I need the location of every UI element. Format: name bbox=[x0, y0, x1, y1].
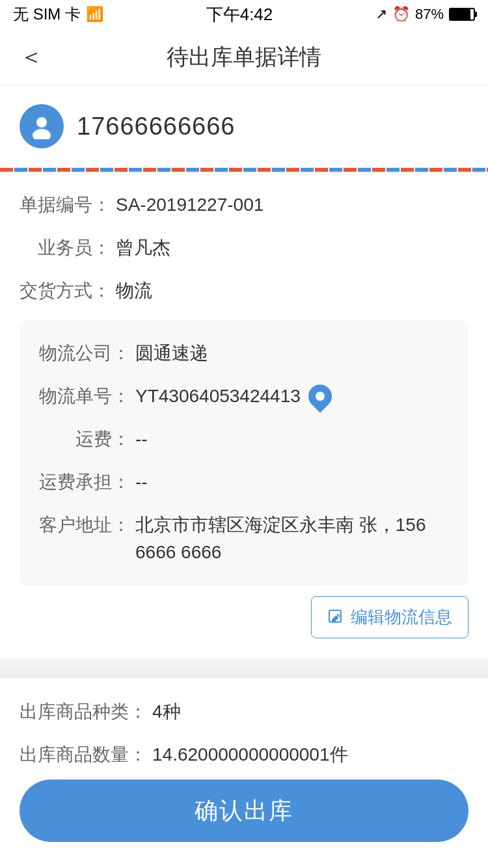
freight-value: -- bbox=[135, 426, 449, 453]
svg-point-1 bbox=[33, 129, 51, 139]
address-label: 客户地址： bbox=[39, 511, 130, 539]
delivery-method-label: 交货方式： bbox=[20, 277, 111, 305]
sales-person-row: 业务员： 曾凡杰 bbox=[20, 234, 468, 262]
logistics-company-row: 物流公司： 圆通速递 bbox=[39, 340, 449, 367]
status-left: 无 SIM 卡 📶 bbox=[13, 4, 103, 25]
customer-phone: 17666666666 bbox=[77, 113, 235, 141]
location-pin-icon[interactable] bbox=[303, 380, 336, 413]
delivery-method-value: 物流 bbox=[116, 277, 468, 305]
carrier-label: 无 SIM 卡 bbox=[13, 4, 81, 25]
edit-btn-row: 编辑物流信息 bbox=[20, 596, 468, 638]
order-info-section: 单据编号： SA-20191227-001 业务员： 曾凡杰 交货方式： 物流 … bbox=[0, 172, 488, 658]
document-number-label: 单据编号： bbox=[20, 191, 111, 219]
svg-point-0 bbox=[36, 117, 47, 128]
goods-quantity-label: 出库商品数量： bbox=[20, 741, 147, 768]
confirm-btn-area: 确认出库 bbox=[0, 766, 488, 868]
battery-percent: 87% bbox=[415, 6, 444, 23]
goods-types-label: 出库商品种类： bbox=[20, 698, 147, 726]
logistics-card: 物流公司： 圆通速递 物流单号： YT43064053424413 运费： --… bbox=[20, 320, 468, 586]
customer-header: 17666666666 bbox=[0, 86, 488, 167]
alarm-icon: ⏰ bbox=[392, 6, 410, 23]
battery-icon bbox=[449, 8, 475, 21]
logistics-tracking-row: 物流单号： YT43064053424413 bbox=[39, 383, 449, 410]
goods-types-row: 出库商品种类： 4种 bbox=[20, 698, 468, 726]
section-divider bbox=[0, 668, 488, 679]
status-bar: 无 SIM 卡 📶 下午4:42 ↗ ⏰ 87% bbox=[0, 0, 488, 29]
freight-row: 运费： -- bbox=[39, 426, 449, 453]
sales-person-label: 业务员： bbox=[20, 234, 111, 262]
edit-icon bbox=[327, 608, 346, 627]
confirm-outbound-button[interactable]: 确认出库 bbox=[20, 780, 468, 842]
logistics-tracking-value: YT43064053424413 bbox=[135, 383, 449, 410]
goods-quantity-row: 出库商品数量： 14.620000000000001件 bbox=[20, 741, 468, 768]
freight-bearer-value: -- bbox=[135, 468, 449, 496]
delivery-method-row: 交货方式： 物流 bbox=[20, 277, 468, 305]
status-time: 下午4:42 bbox=[206, 3, 273, 26]
address-value: 北京市市辖区海淀区永丰南 张，156 6666 6666 bbox=[135, 511, 449, 566]
logistics-tracking-label: 物流单号： bbox=[39, 383, 130, 410]
freight-bearer-label: 运费承担： bbox=[39, 468, 130, 496]
goods-quantity-value: 14.620000000000001件 bbox=[152, 741, 468, 768]
edit-logistics-button[interactable]: 编辑物流信息 bbox=[311, 596, 468, 638]
nav-bar: ＜ 待出库单据详情 bbox=[0, 29, 488, 86]
wifi-icon: 📶 bbox=[86, 6, 103, 23]
sales-person-value: 曾凡杰 bbox=[116, 234, 468, 262]
avatar bbox=[20, 104, 64, 148]
document-number-row: 单据编号： SA-20191227-001 bbox=[20, 191, 468, 219]
address-row: 客户地址： 北京市市辖区海淀区永丰南 张，156 6666 6666 bbox=[39, 511, 449, 566]
avatar-icon bbox=[29, 113, 55, 139]
logistics-company-label: 物流公司： bbox=[39, 340, 130, 367]
page-title: 待出库单据详情 bbox=[167, 42, 321, 72]
goods-types-value: 4种 bbox=[152, 698, 468, 726]
freight-bearer-row: 运费承担： -- bbox=[39, 468, 449, 496]
document-number-value: SA-20191227-001 bbox=[116, 191, 468, 219]
status-right: ↗ ⏰ 87% bbox=[375, 6, 475, 23]
back-button[interactable]: ＜ bbox=[20, 41, 43, 73]
logistics-company-value: 圆通速递 bbox=[135, 340, 449, 367]
freight-label: 运费： bbox=[39, 426, 130, 453]
location-icon: ↗ bbox=[375, 6, 387, 23]
